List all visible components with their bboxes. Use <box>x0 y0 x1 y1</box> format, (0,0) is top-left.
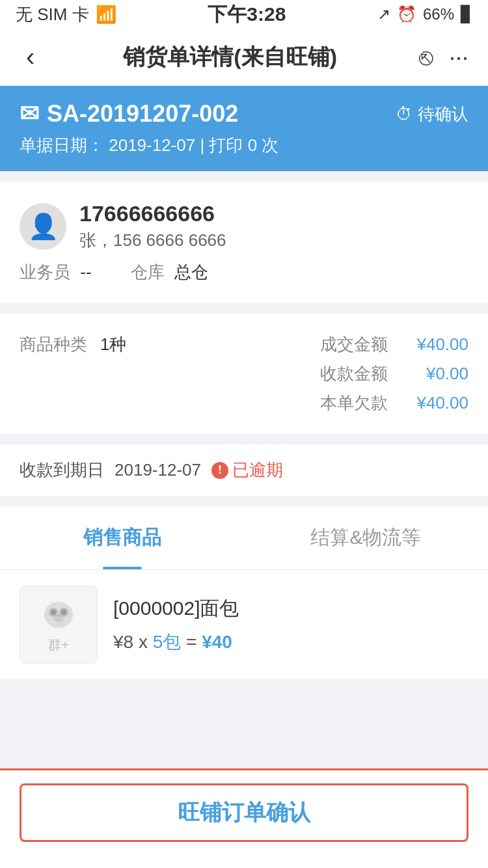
owed-value: ¥40.00 <box>403 393 468 413</box>
summary-card: 商品种类 1种 成交金额 ¥40.00 收款金额 ¥0.00 本单欠款 ¥40.… <box>0 314 488 434</box>
due-date-value: 2019-12-07 <box>115 460 201 480</box>
nav-bar: ‹ 销货单详情(来自旺铺) ⎋ ··· <box>0 29 488 86</box>
customer-row: 👤 17666666666 张，156 6666 6666 <box>20 201 468 252</box>
separator: | <box>200 135 209 155</box>
order-id: ✉ SA-20191207-002 <box>20 100 238 128</box>
svg-point-3 <box>51 610 56 615</box>
wifi-icon: 📶 <box>96 5 116 25</box>
overdue-badge: ! 已逾期 <box>211 459 283 481</box>
product-price-line: ¥8 x 5包 = ¥40 <box>113 630 468 655</box>
customer-sub-info: 张，156 6666 6666 <box>79 229 226 252</box>
owl-icon <box>39 595 78 635</box>
order-date: 2019-12-07 <box>109 135 195 155</box>
location-icon: ↗ <box>377 5 390 23</box>
svg-point-4 <box>61 610 66 615</box>
tabs-container: 销售商品 结算&物流等 <box>0 506 488 570</box>
avatar: 👤 <box>20 203 66 250</box>
warning-icon: ! <box>211 462 228 479</box>
multiplier: x <box>139 632 148 652</box>
summary-row-owed: 本单欠款 ¥40.00 <box>320 392 468 414</box>
warehouse-value: 总仓 <box>174 262 208 282</box>
status-clock-icon: ⏱ <box>396 104 413 124</box>
more-icon[interactable]: ··· <box>449 44 468 71</box>
received-value: ¥0.00 <box>403 364 468 384</box>
product-type-value: 1种 <box>100 333 126 356</box>
unit-price: ¥8 <box>113 632 133 652</box>
quantity: 5包 <box>153 632 182 652</box>
summary-left: 商品种类 1种 <box>20 333 126 356</box>
product-section: 群+ [0000002]面包 ¥8 x 5包 = ¥40 <box>0 570 488 679</box>
time-display: 下午3:28 <box>208 1 286 28</box>
product-thumbnail: 群+ <box>20 586 98 664</box>
owed-label: 本单欠款 <box>320 392 388 414</box>
customer-details: 17666666666 张，156 6666 6666 <box>79 201 226 252</box>
overdue-text: 已逾期 <box>232 459 283 481</box>
date-label: 单据日期： <box>20 135 104 155</box>
order-status: ⏱ 待确认 <box>396 103 468 126</box>
received-label: 收款金额 <box>320 362 388 385</box>
customer-info-card: 👤 17666666666 张，156 6666 6666 业务员 -- 仓库 … <box>0 182 488 303</box>
nav-actions: ⎋ ··· <box>419 44 468 71</box>
share-icon[interactable]: ⎋ <box>419 44 433 71</box>
sales-label: 业务员 <box>20 262 70 282</box>
alarm-icon: ⏰ <box>397 5 416 23</box>
deal-amount-label: 成交金额 <box>320 333 388 356</box>
total-price: ¥40 <box>202 632 232 652</box>
confirm-button-wrapper: 旺铺订单确认 <box>0 768 488 868</box>
product-type-label: 商品种类 <box>20 333 87 356</box>
due-date-card: 收款到期日 2019-12-07 ! 已逾期 <box>0 444 488 496</box>
deal-amount-value: ¥40.00 <box>403 334 468 355</box>
confirm-order-button[interactable]: 旺铺订单确认 <box>20 783 468 842</box>
battery-icon: ▊ <box>461 5 472 23</box>
status-bar: 无 SIM 卡 📶 下午3:28 ↗ ⏰ 66% ▊ <box>0 0 488 29</box>
print-info: 打印 0 次 <box>209 135 278 155</box>
page-title: 销货单详情(来自旺铺) <box>123 42 337 72</box>
order-id-text: SA-20191207-002 <box>47 100 238 128</box>
summary-row-deal: 成交金额 ¥40.00 <box>320 333 468 356</box>
order-banner: ✉ SA-20191207-002 ⏱ 待确认 单据日期： 2019-12-07… <box>0 86 488 171</box>
warehouse-label: 仓库 <box>131 262 165 282</box>
tab-products[interactable]: 销售商品 <box>0 506 244 569</box>
avatar-icon: 👤 <box>28 212 59 241</box>
product-logo: 群+ <box>39 595 78 654</box>
order-icon: ✉ <box>20 100 39 128</box>
customer-phone: 17666666666 <box>79 201 226 226</box>
logo-brand-text: 群+ <box>39 636 78 654</box>
due-date-label: 收款到期日 <box>20 459 104 481</box>
product-info: [0000002]面包 ¥8 x 5包 = ¥40 <box>113 595 468 655</box>
meta-row: 业务员 -- 仓库 总仓 <box>20 261 468 284</box>
carrier-text: 无 SIM 卡 <box>16 3 89 26</box>
owl-svg <box>39 595 78 631</box>
order-date-info: 单据日期： 2019-12-07 | 打印 0 次 <box>20 134 468 157</box>
tab-settlement[interactable]: 结算&物流等 <box>244 506 488 569</box>
equals-sign: = <box>186 632 197 652</box>
sales-value: -- <box>80 262 91 282</box>
back-button[interactable]: ‹ <box>20 36 41 78</box>
carrier-wifi: 无 SIM 卡 📶 <box>16 3 116 26</box>
sales-meta: 业务员 -- <box>20 261 92 284</box>
status-right: ↗ ⏰ 66% ▊ <box>377 5 472 23</box>
warehouse-meta: 仓库 总仓 <box>131 261 208 284</box>
summary-row-received: 收款金额 ¥0.00 <box>320 362 468 385</box>
product-item: 群+ [0000002]面包 ¥8 x 5包 = ¥40 <box>20 586 468 664</box>
summary-right: 成交金额 ¥40.00 收款金额 ¥0.00 本单欠款 ¥40.00 <box>320 333 468 414</box>
status-text: 待确认 <box>418 103 468 126</box>
order-banner-top: ✉ SA-20191207-002 ⏱ 待确认 <box>20 100 468 128</box>
battery-text: 66% <box>423 5 454 23</box>
product-name: [0000002]面包 <box>113 595 468 622</box>
